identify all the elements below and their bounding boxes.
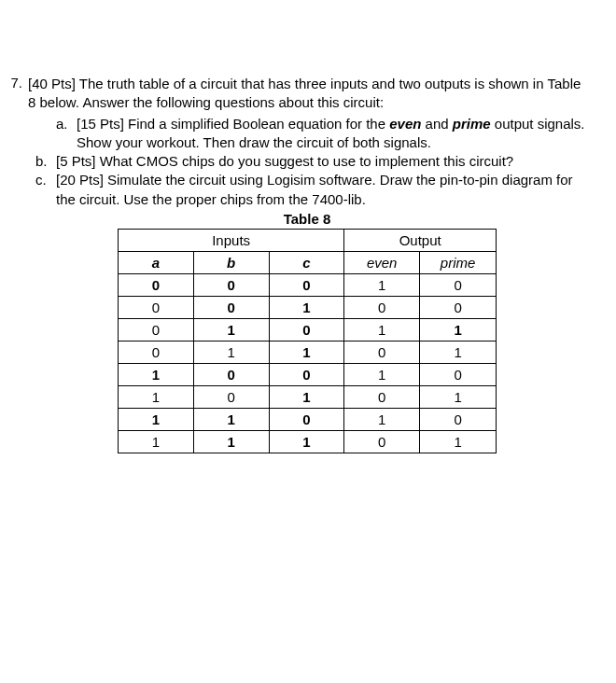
problem-7: 7. [40 Pts] The truth table of a circuit… [7,75,592,453]
table-cell: 1 [344,273,420,296]
table-col-header-row: a b c even prime [119,251,497,273]
subpart-a: a. [15 Pts] Find a simplified Boolean eq… [56,115,592,153]
table-cell: 1 [193,341,269,363]
table-cell: 1 [193,318,269,341]
table-row: 10010 [119,363,497,385]
table-cell: 0 [420,296,497,318]
table-cell: 0 [119,318,194,341]
table-cell: 0 [344,430,420,453]
problem-points: [40 Pts] [28,76,79,91]
table-cell: 1 [269,341,344,363]
col-header-b: b [193,251,269,273]
table-cell: 1 [344,363,420,385]
table-cell: 1 [269,430,344,453]
inputs-header: Inputs [119,229,344,251]
col-header-even: even [344,251,420,273]
table-cell: 0 [119,296,194,318]
table-row: 11010 [119,408,497,430]
table-cell: 0 [119,341,194,363]
subpart-b: b. [5 Pts] What CMOS chips do you sugges… [35,152,592,171]
table-group-header-row: Inputs Output [119,229,497,251]
table-cell: 0 [269,318,344,341]
table-cell: 0 [420,408,497,430]
table-cell: 0 [193,296,269,318]
truth-table-body: 0001000100010110110110010101011101011101 [119,273,497,453]
table-cell: 0 [344,296,420,318]
truth-table: Inputs Output a b c even prime 000100010… [118,229,497,453]
table-cell: 0 [269,273,344,296]
table-cell: 1 [193,430,269,453]
table-row: 01101 [119,341,497,363]
problem-body: [40 Pts] The truth table of a circuit th… [28,75,592,453]
table-cell: 1 [119,430,194,453]
table-caption: Table 8 [118,211,497,227]
table-cell: 1 [420,318,497,341]
subpart-c: c. [20 Pts] Simulate the circuit using L… [35,171,592,209]
subpart-b-text: [5 Pts] What CMOS chips do you suggest t… [56,152,592,171]
table-row: 00100 [119,296,497,318]
table-cell: 1 [344,318,420,341]
subpart-a-before: [15 Pts] Find a simplified Boolean equat… [77,116,389,132]
document-page: 7. [40 Pts] The truth table of a circuit… [0,0,616,472]
subpart-c-text: [20 Pts] Simulate the circuit using Logi… [56,171,592,209]
table-cell: 0 [344,341,420,363]
problem-intro: [40 Pts] The truth table of a circuit th… [28,75,592,113]
subparts-list: a. [15 Pts] Find a simplified Boolean eq… [28,115,592,209]
col-header-a: a [119,251,194,273]
subpart-letter-a: a. [56,115,77,133]
table-cell: 1 [420,341,497,363]
table-cell: 1 [344,408,420,430]
col-header-c: c [269,251,344,273]
table-cell: 1 [119,408,194,430]
em-even: even [389,116,421,132]
subpart-letter-c: c. [35,171,56,189]
subpart-a-mid: and [421,116,452,132]
table-cell: 0 [119,273,194,296]
table-row: 11101 [119,430,497,453]
table-cell: 1 [269,296,344,318]
table-cell: 1 [420,385,497,408]
table-row: 01011 [119,318,497,341]
problem-number: 7. [7,75,28,91]
subpart-a-text: [15 Pts] Find a simplified Boolean equat… [77,115,592,153]
table-cell: 1 [119,385,194,408]
table-cell: 0 [269,363,344,385]
em-prime: prime [453,116,491,132]
problem-intro-text: The truth table of a circuit that has th… [28,76,581,110]
table-cell: 1 [269,385,344,408]
table-cell: 0 [420,363,497,385]
table-cell: 1 [420,430,497,453]
col-header-prime: prime [420,251,497,273]
table-cell: 0 [269,408,344,430]
table-cell: 0 [344,385,420,408]
table-cell: 1 [119,363,194,385]
table-cell: 0 [193,273,269,296]
table-cell: 1 [193,408,269,430]
output-header: Output [344,229,497,251]
table-cell: 0 [193,385,269,408]
table-cell: 0 [420,273,497,296]
subpart-letter-b: b. [35,152,56,171]
table-row: 10101 [119,385,497,408]
table-row: 00010 [119,273,497,296]
table-cell: 0 [193,363,269,385]
